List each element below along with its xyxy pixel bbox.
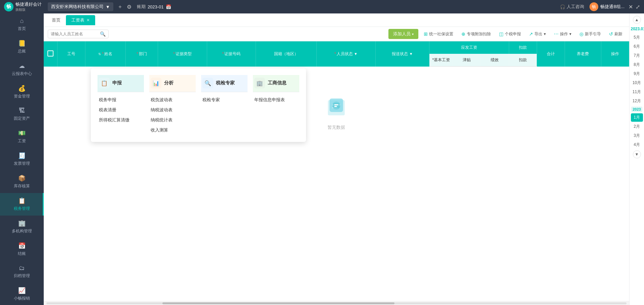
menu-col-header-shenb: 📋 申报 [98, 75, 144, 92]
sidebar-item-inventory[interactable]: 📦 库存核算 [0, 170, 44, 193]
fixed-assets-icon: 🏗 [19, 107, 25, 114]
month-item-may[interactable]: 5月 [631, 33, 643, 42]
settings-button[interactable]: ⚙ [127, 4, 131, 10]
ledger-icon: 📒 [18, 40, 26, 47]
svg-rect-6 [334, 104, 338, 105]
operation-button[interactable]: ⋯ 操作 ▾ [551, 30, 574, 38]
operation-label: 操作 [560, 31, 568, 37]
support-icon: 🎧 [560, 4, 565, 9]
month-item-jul[interactable]: 7月 [631, 51, 643, 60]
export-button[interactable]: ↗ 导出 ▾ [526, 30, 548, 38]
horizontal-scrollbar[interactable] [44, 301, 629, 305]
report-status-filter-icon[interactable]: ▼ [409, 52, 413, 56]
close-window-button[interactable]: ✕ [629, 4, 633, 10]
svg-rect-5 [333, 103, 340, 108]
menu-item-annual-report[interactable]: 年报信息申报表 [253, 95, 299, 105]
sidebar-item-multi-org[interactable]: 🏢 多机构管理 [0, 216, 44, 238]
month-sidebar: ▲ 2023.01 5月 6月 7月 8月 9月 10月 11月 12月 202… [629, 13, 644, 305]
archive-icon: 🗂 [19, 265, 25, 272]
th-allowance: 津贴 [453, 54, 481, 67]
refresh-button[interactable]: ↺ 刷新 [606, 30, 625, 38]
social-security-label: 统一社保设置 [429, 31, 453, 37]
shenb-header-icon: 📋 [99, 78, 110, 88]
sidebar-item-ledger[interactable]: 📒 总账 [0, 36, 44, 58]
th-id-type: 证据类型 [158, 41, 207, 67]
month-item-aug[interactable]: 8月 [631, 61, 643, 69]
month-nav-down-button[interactable]: ▼ [633, 150, 641, 158]
tab-home[interactable]: 首页 [46, 15, 66, 25]
window-controls: ✕ ⤢ [629, 4, 640, 10]
month-item-apr[interactable]: 4月 [631, 141, 643, 149]
month-item-jun[interactable]: 6月 [631, 42, 643, 51]
company-arrow-icon: ▼ [106, 4, 110, 9]
add-person-button[interactable]: 添加人员 ▾ [388, 29, 418, 39]
month-item-jan[interactable]: 1月 [631, 113, 643, 122]
sidebar-item-salary[interactable]: 💵 工资 [0, 125, 44, 148]
scrollbar-track [46, 302, 627, 304]
export-icon: ↗ [529, 31, 533, 37]
add-company-button[interactable]: ＋ [117, 3, 123, 10]
sidebar-item-expense[interactable]: 📈 小畅报销 [0, 283, 44, 305]
refresh-icon: ↺ [609, 31, 613, 37]
fund-icon: 💰 [18, 85, 26, 92]
select-all-checkbox[interactable] [47, 50, 53, 56]
menu-item-income-estimate[interactable]: 收入测算 [149, 125, 196, 135]
current-year-label: 2023 [631, 107, 642, 112]
month-item-mar[interactable]: 3月 [631, 131, 643, 140]
scrollbar-thumb[interactable] [162, 302, 394, 304]
menu-item-tax-statistics[interactable]: 纳税统计表 [149, 115, 196, 125]
month-item-nov[interactable]: 11月 [631, 88, 643, 96]
user-info[interactable]: 畅 畅捷通B组... [590, 2, 624, 11]
toolbar: 🔍 添加人员 ▾ ⊞ 统一社保设置 ⊕ 专项附加扣除 ◫ 个税申报 ↗ 导出 ▾ [44, 27, 629, 41]
sidebar-item-invoice[interactable]: 🧾 发票管理 [0, 148, 44, 170]
svg-rect-7 [334, 106, 337, 107]
sidebar-item-fund[interactable]: 💰 资金管理 [0, 81, 44, 103]
menu-item-tax-settlement[interactable]: 所得税汇算清缴 [98, 115, 144, 125]
search-input[interactable] [51, 32, 98, 36]
sidebar-item-tax[interactable]: 📋 税务管理 [0, 193, 44, 216]
tax-report-button[interactable]: ◫ 个税申报 [496, 30, 524, 38]
search-input-wrap: 🔍 [48, 30, 109, 38]
sidebar-item-close[interactable]: 📅 结账 [0, 238, 44, 261]
month-item-oct[interactable]: 10月 [631, 79, 643, 87]
social-security-settings-button[interactable]: ⊞ 统一社保设置 [421, 30, 456, 38]
menu-column-gongshang: 🏢 工商信息 年报信息申报表 [250, 72, 302, 138]
menu-column-fenxi: 📊 分析 税负波动表 纳税波动表 纳税统计表 收入测算 [147, 72, 198, 138]
sidebar-item-cloud-report[interactable]: ☁ 云报表中心 [0, 58, 44, 81]
support-label: 人工咨询 [567, 4, 584, 10]
menu-item-tax-report[interactable]: 税务申报 [98, 95, 144, 105]
menu-item-tax-fluctuation[interactable]: 纳税波动表 [149, 105, 196, 115]
month-nav-up-button[interactable]: ▲ [633, 16, 641, 24]
period-calendar-icon[interactable]: 📅 [166, 4, 171, 9]
operation-icon: ⋯ [554, 31, 559, 37]
menu-item-tax-expert[interactable]: 税检专家 [201, 95, 248, 105]
period-value: 2023-01 [148, 4, 164, 9]
menu-item-tax-burden[interactable]: 税负波动表 [149, 95, 196, 105]
status-filter-icon[interactable]: ▼ [354, 52, 357, 56]
th-name: ⇅ 姓名 [85, 41, 125, 67]
year-prev-label: 2023.01 [631, 25, 643, 33]
th-report-status: 报送状态 ▼ [375, 41, 429, 67]
th-deductions: 扣款 [509, 54, 537, 67]
th-ops: 操作 [601, 41, 629, 67]
home-icon: ⌂ [20, 17, 24, 25]
guide-label: 新手引导 [585, 31, 601, 37]
maximize-window-button[interactable]: ⤢ [636, 4, 640, 10]
month-item-feb[interactable]: 2月 [631, 122, 643, 131]
menu-item-tax-table[interactable]: 税表清册 [98, 105, 144, 115]
content-area: 首页 工资表 ✕ 🔍 添加人员 ▾ ⊞ 统一社保设置 ⊕ 专项附 [44, 13, 629, 305]
guide-button[interactable]: ◎ 新手引导 [577, 30, 604, 38]
special-deduction-button[interactable]: ⊕ 专项附加扣除 [459, 30, 494, 38]
sidebar-item-archive[interactable]: 🗂 归档管理 [0, 261, 44, 283]
support-button[interactable]: 🎧 人工咨询 [560, 4, 584, 10]
export-arrow-icon: ▾ [544, 32, 546, 36]
tab-close-icon[interactable]: ✕ [86, 18, 90, 23]
sidebar-item-home[interactable]: ⌂ 首页 [0, 13, 44, 36]
tab-salary[interactable]: 工资表 ✕ [66, 15, 95, 25]
month-item-dec[interactable]: 12月 [631, 97, 643, 105]
month-item-sep[interactable]: 9月 [631, 70, 643, 78]
th-checkbox[interactable] [44, 41, 57, 67]
company-selector[interactable]: 西安虾米网络科技有限公司 ▼ [48, 2, 113, 11]
top-bar-actions: ＋ ⚙ [117, 3, 131, 10]
sidebar-item-fixed-assets[interactable]: 🏗 固定资产 [0, 103, 44, 125]
